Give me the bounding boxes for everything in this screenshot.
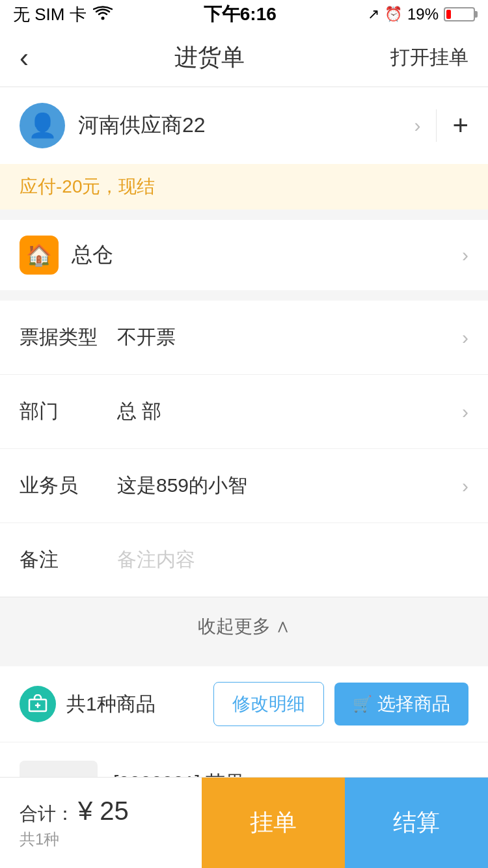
invoice-value: 不开票 bbox=[104, 324, 462, 351]
supplier-card: 👤 河南供应商22 › + 应付-20元，现结 bbox=[0, 87, 488, 210]
form-row-department[interactable]: 部门 总 部 › bbox=[0, 375, 488, 449]
avatar-icon: 👤 bbox=[28, 112, 57, 139]
battery-icon bbox=[444, 7, 475, 21]
status-time: 下午6:16 bbox=[204, 2, 277, 27]
supplier-chevron-icon: › bbox=[414, 115, 420, 137]
vertical-divider bbox=[436, 109, 437, 142]
warehouse-card: 🏠 总仓 › bbox=[0, 220, 488, 290]
department-label: 部门 bbox=[20, 398, 104, 425]
invoice-chevron-icon: › bbox=[462, 327, 468, 349]
form-row-invoice[interactable]: 票据类型 不开票 › bbox=[0, 301, 488, 375]
cart-icon: 🛒 bbox=[353, 695, 372, 713]
nav-bar: ‹ 进货单 打开挂单 bbox=[0, 29, 488, 87]
total-label-row: 合计： ¥ 25 bbox=[20, 796, 182, 826]
page-title: 进货单 bbox=[174, 42, 245, 74]
warehouse-name: 总仓 bbox=[72, 241, 462, 269]
product-header: 共1种商品 修改明细 🛒 选择商品 bbox=[0, 666, 488, 742]
department-value: 总 部 bbox=[104, 398, 462, 425]
edit-detail-button[interactable]: 修改明细 bbox=[213, 682, 324, 726]
svg-point-0 bbox=[101, 16, 104, 20]
status-bar: 无 SIM 卡 下午6:16 ↗ ⏰ 19% bbox=[0, 0, 488, 29]
back-button[interactable]: ‹ bbox=[20, 42, 29, 74]
product-count-icon bbox=[20, 686, 56, 722]
battery-percentage: 19% bbox=[407, 5, 439, 23]
warehouse-chevron-icon: › bbox=[462, 244, 468, 266]
department-chevron-icon: › bbox=[462, 401, 468, 423]
hang-button[interactable]: 挂单 bbox=[202, 778, 345, 869]
warehouse-icon: 🏠 bbox=[26, 243, 52, 267]
salesperson-label: 业务员 bbox=[20, 472, 104, 499]
status-carrier: 无 SIM 卡 bbox=[13, 3, 113, 26]
supplier-avatar: 👤 bbox=[20, 103, 65, 148]
checkout-button[interactable]: 结算 bbox=[345, 778, 488, 869]
invoice-label: 票据类型 bbox=[20, 324, 104, 351]
salesperson-value: 这是859的小智 bbox=[104, 472, 462, 499]
carrier-text: 无 SIM 卡 bbox=[13, 3, 87, 26]
location-icon: ↗ bbox=[368, 6, 379, 23]
supplier-row[interactable]: 👤 河南供应商22 › + bbox=[0, 87, 488, 164]
note-label: 备注 bbox=[20, 547, 104, 573]
alarm-icon: ⏰ bbox=[385, 6, 402, 23]
select-product-button[interactable]: 🛒 选择商品 bbox=[334, 683, 468, 726]
total-amount: ¥ 25 bbox=[78, 796, 129, 826]
bottom-bar: 合计： ¥ 25 共1种 挂单 结算 bbox=[0, 777, 488, 868]
add-button[interactable]: + bbox=[452, 110, 468, 141]
collapse-toggle[interactable]: 收起更多 ∧ bbox=[0, 597, 488, 656]
warehouse-icon-wrap: 🏠 bbox=[20, 236, 59, 275]
form-row-salesperson[interactable]: 业务员 这是859的小智 › bbox=[0, 449, 488, 523]
notice-bar: 应付-20元，现结 bbox=[0, 164, 488, 210]
form-row-note[interactable]: 备注 备注内容 bbox=[0, 523, 488, 597]
product-count-text: 共1种商品 bbox=[66, 691, 213, 718]
supplier-name: 河南供应商22 bbox=[78, 111, 414, 140]
wifi-icon bbox=[93, 5, 113, 25]
form-card: 票据类型 不开票 › 部门 总 部 › 业务员 这是859的小智 › 备注 备注… bbox=[0, 301, 488, 656]
salesperson-chevron-icon: › bbox=[462, 475, 468, 497]
note-placeholder: 备注内容 bbox=[104, 547, 468, 573]
open-pending-button[interactable]: 打开挂单 bbox=[390, 44, 468, 71]
content-area: 👤 河南供应商22 › + 应付-20元，现结 🏠 总仓 › 票据类型 不开票 … bbox=[0, 87, 488, 868]
total-section: 合计： ¥ 25 共1种 bbox=[0, 796, 202, 850]
warehouse-row[interactable]: 🏠 总仓 › bbox=[0, 220, 488, 290]
total-label-text: 合计： bbox=[20, 802, 74, 826]
status-indicators: ↗ ⏰ 19% bbox=[368, 5, 475, 23]
total-sub-text: 共1种 bbox=[20, 829, 182, 850]
